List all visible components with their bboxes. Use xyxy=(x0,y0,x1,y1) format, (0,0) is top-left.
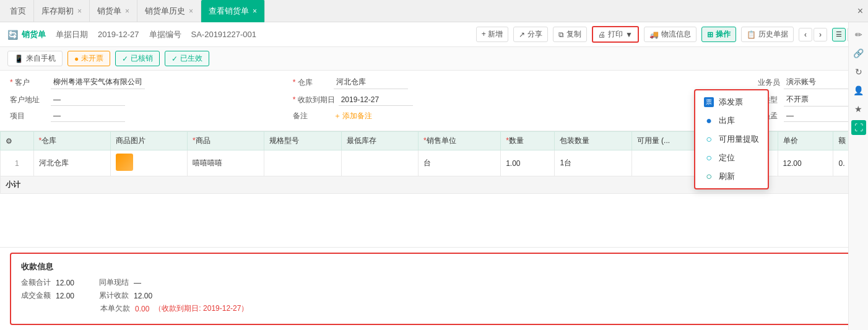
note-field: 备注 ＋ 添加备注 xyxy=(293,111,576,121)
col-quantity: *数量 xyxy=(501,132,555,150)
doc-meta: 单据日期 2019-12-27 单据编号 SA-20191227-001 xyxy=(56,29,466,40)
window-close-button[interactable]: × xyxy=(857,6,863,17)
available-qty-item[interactable]: ○ 可用量提取 xyxy=(695,130,768,149)
ticket-type-value: 不开票 xyxy=(784,93,858,106)
locate-item[interactable]: ○ 定位 xyxy=(695,149,768,167)
row-quantity: 1.00 xyxy=(501,150,555,176)
add-invoice-item[interactable]: 票 添发票 xyxy=(695,93,768,111)
tab-view-sales[interactable]: 查看销货单 × xyxy=(201,0,265,22)
payment-info-row-2: 成交金额 12.00 累计收款 12.00 xyxy=(21,290,847,301)
col-settings[interactable]: ⚙ xyxy=(1,132,34,150)
tab-sales-close[interactable]: × xyxy=(125,7,129,15)
current-owed-value: 0.00 xyxy=(135,305,149,313)
sidebar-expand-icon[interactable]: ⛶ xyxy=(851,120,866,135)
sidebar-user-icon[interactable]: 👤 xyxy=(851,83,866,98)
number-label: 单据编号 xyxy=(149,29,181,40)
share-button[interactable]: ↗ 分享 xyxy=(513,27,548,42)
available-qty-label: 可用量提取 xyxy=(719,134,759,145)
locate-label: 定位 xyxy=(719,152,735,163)
copy-button[interactable]: ⧉ 复制 xyxy=(553,27,587,42)
cumulative-payment-label: 累计收款 xyxy=(99,290,129,301)
product-image xyxy=(116,154,133,171)
payment-date-label: 收款到期日 xyxy=(293,95,335,105)
customer-value: 柳州粤港平安气体有限公司 xyxy=(51,76,145,89)
sidebar-star-icon[interactable]: ★ xyxy=(851,102,866,116)
transaction-amount-label: 成交金额 xyxy=(21,290,51,301)
current-owed-label: 本单欠款 xyxy=(100,303,130,314)
tab-inventory-close[interactable]: × xyxy=(77,7,82,15)
transaction-amount-item: 成交金额 12.00 xyxy=(21,290,74,301)
staff-label: 业务员 xyxy=(758,77,780,88)
payment-date-value: 2019-12-27 xyxy=(339,94,413,106)
row-product-img xyxy=(110,150,187,176)
form-row-1: 客户 柳州粤港平安气体有限公司 仓库 河北仓库 业务员 演示账号 xyxy=(10,76,858,89)
confirm-button[interactable]: ✓ 已核销 xyxy=(115,51,160,66)
refresh-item[interactable]: ○ 刷新 xyxy=(695,167,768,186)
outbound-item[interactable]: ● 出库 xyxy=(695,111,768,130)
tab-inventory[interactable]: 库存期初 × xyxy=(34,0,90,22)
prev-button[interactable]: ‹ xyxy=(799,28,812,41)
sidebar-edit-icon[interactable]: ✏ xyxy=(851,27,866,42)
row-warehouse: 河北仓库 xyxy=(33,150,110,176)
doc-title: 🔄 销货单 xyxy=(7,29,46,40)
total-amount-item: 金额合计 12.00 xyxy=(21,277,74,288)
same-order-label: 同单现结 xyxy=(99,277,129,288)
plus-icon: ＋ xyxy=(334,111,341,121)
copy-icon: ⧉ xyxy=(558,30,564,39)
cumulative-payment-value: 12.00 xyxy=(134,292,152,300)
effective-button[interactable]: ✓ 已生效 xyxy=(165,51,209,66)
payment-info-row-1: 金额合计 12.00 同单现结 — xyxy=(21,277,847,288)
add-note-button[interactable]: ＋ 添加备注 xyxy=(334,111,372,121)
ops-icon: ⊞ xyxy=(707,30,713,39)
customer-label: 客户 xyxy=(10,77,47,88)
customer-field: 客户 柳州粤港平安气体有限公司 xyxy=(10,76,293,89)
from-mobile-button[interactable]: 📱 来自手机 xyxy=(7,51,63,66)
total-amount-label: 金额合计 xyxy=(21,277,51,288)
sidebar-link-icon[interactable]: 🔗 xyxy=(851,46,866,61)
available-qty-icon: ○ xyxy=(704,134,714,144)
row-spec xyxy=(264,150,341,176)
staff-field: 业务员 演示账号 xyxy=(575,76,858,89)
unopened-button[interactable]: ● 未开票 xyxy=(67,51,110,66)
effective-icon: ✓ xyxy=(171,54,178,63)
ops-dropdown: 票 添发票 ● 出库 ○ 可用量提取 ○ 定位 ○ 刷新 xyxy=(694,89,769,189)
same-order-value: — xyxy=(134,279,141,287)
print-button[interactable]: 🖨 打印 ▼ xyxy=(592,26,639,43)
same-order-item: 同单现结 — xyxy=(99,277,141,288)
tab-view-sales-close[interactable]: × xyxy=(253,7,257,15)
tab-sales-history-close[interactable]: × xyxy=(189,7,193,15)
tab-bar: 首页 库存期初 × 销货单 × 销货单历史 × 查看销货单 × × xyxy=(0,0,868,22)
print-icon: 🖨 xyxy=(598,30,605,39)
toolbar: + 新增 ↗ 分享 ⧉ 复制 🖨 打印 ▼ 🚚 物流信息 ⊞ 操作 xyxy=(476,26,861,43)
tab-sales-history[interactable]: 销货单历史 × xyxy=(137,0,201,22)
new-button[interactable]: + 新增 xyxy=(476,27,508,42)
doc-header: 🔄 销货单 单据日期 2019-12-27 单据编号 SA-20191227-0… xyxy=(0,22,868,47)
ops-button[interactable]: ⊞ 操作 xyxy=(701,27,736,42)
col-min-stock: 最低库存 xyxy=(341,132,418,150)
add-invoice-icon: 票 xyxy=(704,97,714,107)
payment-info-title: 收款信息 xyxy=(21,261,847,272)
nav-arrows: ‹ › xyxy=(799,28,827,41)
print-dropdown-icon: ▼ xyxy=(625,30,633,39)
due-date-text: （收款到期日: 2019-12-27） xyxy=(154,303,248,314)
address-label: 客户地址 xyxy=(10,95,47,105)
date-value: 2019-12-27 xyxy=(98,30,139,39)
ticket-icon: ● xyxy=(74,54,79,63)
row-settings[interactable]: 1 xyxy=(1,150,34,176)
staff2-value: — xyxy=(784,110,858,122)
date-label: 单据日期 xyxy=(56,29,88,40)
list-view-button[interactable]: ☰ xyxy=(832,28,846,41)
sidebar-refresh-icon[interactable]: ↻ xyxy=(851,64,866,79)
logistics-button[interactable]: 🚚 物流信息 xyxy=(644,27,697,42)
col-spec: 规格型号 xyxy=(264,132,341,150)
logistics-icon: 🚚 xyxy=(649,30,659,39)
mobile-icon: 📱 xyxy=(14,54,24,63)
tab-home[interactable]: 首页 xyxy=(5,0,34,22)
col-warehouse: *仓库 xyxy=(33,132,110,150)
col-unit: *销售单位 xyxy=(418,132,500,150)
history-button[interactable]: 📋 历史单据 xyxy=(741,27,794,42)
refresh-label: 刷新 xyxy=(719,171,735,182)
next-button[interactable]: › xyxy=(814,28,827,41)
address-field: 客户地址 — xyxy=(10,94,293,106)
tab-sales[interactable]: 销货单 × xyxy=(90,0,137,22)
